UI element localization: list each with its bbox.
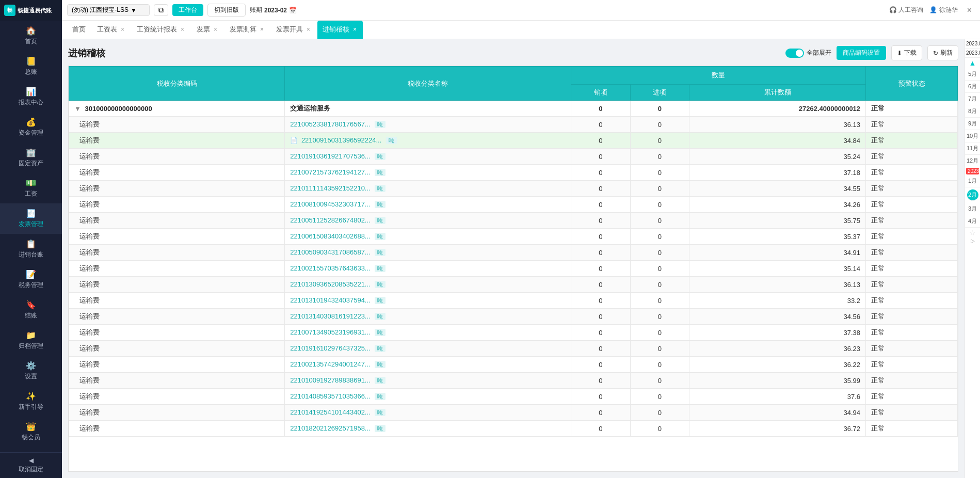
invoice-code-cell: 22100523381780176567... 吨 (285, 117, 571, 133)
month-9[interactable]: 9月 (965, 118, 980, 130)
workbench-button[interactable]: 工作台 (172, 4, 203, 16)
sale-cell: 0 (571, 357, 631, 373)
tax-code-cell: 运输费 (69, 117, 285, 133)
table-row: 运输费 22100523381780176567... 吨 0 0 36.13 … (69, 117, 958, 133)
close-button[interactable]: × (964, 5, 975, 16)
download-button[interactable]: ⬇ 下载 (891, 45, 922, 60)
sidebar-item-assets[interactable]: 🏢 固定资产 (0, 142, 62, 173)
download-label: 下载 (904, 49, 917, 57)
scroll-up-arrow[interactable]: ▲ (965, 58, 980, 68)
sidebar-item-invoice-mgmt[interactable]: 🧾 发票管理 (0, 203, 62, 234)
period-label: 账期 2023-02 📅 (250, 6, 297, 14)
unpin-label: 取消固定 (19, 465, 43, 474)
sidebar-item-ledger[interactable]: 📒 总账 (0, 51, 62, 82)
month-5[interactable]: 5月 (965, 68, 980, 81)
tax-mgmt-icon: 📝 (26, 269, 36, 279)
tab-invoice-close[interactable]: × (213, 26, 218, 33)
sidebar-item-label: 固定资产 (19, 159, 43, 168)
sidebar-item-settlement[interactable]: 🔖 结账 (0, 295, 62, 325)
col-tax-name: 税收分类名称 (285, 67, 571, 101)
sidebar-item-sales-ledger[interactable]: 📋 进销台账 (0, 234, 62, 264)
sidebar-item-guide[interactable]: ✨ 新手引导 (0, 386, 62, 417)
tab-reconcile[interactable]: 进销稽核 × (317, 21, 363, 39)
calendar-icon[interactable]: 📅 (289, 7, 297, 14)
purchase-cell: 0 (630, 405, 689, 421)
unpin-button[interactable]: ◀ 取消固定 (0, 452, 62, 478)
tab-invoice-calc-close[interactable]: × (259, 26, 265, 33)
refresh-label: 刷新 (940, 49, 953, 57)
favorite-icon[interactable]: ☆ (965, 228, 980, 238)
user-avatar[interactable]: 👤 徐涟华 (929, 6, 957, 14)
month-8[interactable]: 8月 (965, 105, 980, 118)
sidebar-item-salary[interactable]: 💵 工资 (0, 173, 62, 203)
month-1[interactable]: 1月 (965, 175, 980, 187)
tab-salary-stat-close[interactable]: × (180, 26, 185, 33)
purchase-cell: 0 (630, 421, 689, 437)
invoice-mgmt-icon: 🧾 (26, 209, 36, 218)
tab-invoice-calc[interactable]: 发票测算 × (224, 21, 270, 39)
tab-salary-close[interactable]: × (120, 26, 125, 33)
purchase-cell: 0 (630, 229, 689, 245)
table-row: 运输费 22101408593571035366... 吨 0 0 37.6 正… (69, 389, 958, 405)
status-cell: 正常 (866, 213, 958, 229)
tax-name-cell: 交通运输服务 (285, 101, 571, 117)
sale-cell: 0 (571, 101, 631, 117)
sale-cell: 0 (571, 229, 631, 245)
goods-setting-button[interactable]: 商品编码设置 (837, 46, 886, 60)
table-row: 运输费 22101820212692571958... 吨 0 0 36.72 … (69, 421, 958, 437)
sale-cell: 0 (571, 293, 631, 309)
sidebar-item-archive[interactable]: 📁 归档管理 (0, 325, 62, 356)
month-10[interactable]: 10月 (965, 130, 980, 142)
content-area: 进销稽核 全部展开 商品编码设置 ⬇ 下载 ↻ 刷新 (62, 39, 980, 478)
guide-icon: ✨ (26, 391, 36, 401)
refresh-button[interactable]: ↻ 刷新 (927, 45, 958, 60)
right-panel-year-2023-02-b: 2023.02 (965, 49, 980, 58)
month-7[interactable]: 7月 (965, 93, 980, 105)
tab-salary[interactable]: 工资表 × (92, 21, 131, 39)
collapse-icon[interactable]: ▷ (965, 238, 980, 244)
month-4[interactable]: 4月 (965, 215, 980, 228)
sidebar-item-reports[interactable]: 📊 报表中心 (0, 82, 62, 112)
tab-home[interactable]: 首页 (67, 21, 91, 39)
tax-code-cell: ▼ 301000000000000000 (69, 101, 285, 117)
sidebar-item-fund[interactable]: 💰 资金管理 (0, 112, 62, 142)
expand-toggle[interactable] (785, 49, 804, 58)
customer-service[interactable]: 🎧 人工咨询 (889, 6, 923, 14)
tab-salary-stat[interactable]: 工资统计报表 × (132, 21, 190, 39)
sidebar-item-label: 资金管理 (19, 129, 43, 137)
app-logo-icon: 畅 (4, 5, 15, 16)
fund-icon: 💰 (26, 117, 36, 127)
status-cell: 正常 (866, 293, 958, 309)
copy-button[interactable]: ⧉ (154, 4, 168, 16)
invoice-code-cell: 22100615083403402688... 吨 (285, 229, 571, 245)
company-selector[interactable]: (勿动) 江西报宝-LSS ▼ (67, 4, 150, 16)
chevron-down-icon: ▼ (131, 7, 137, 14)
switch-version-button[interactable]: 切到旧版 (207, 4, 246, 17)
sale-cell: 0 (571, 325, 631, 341)
user-icon: 👤 (929, 6, 937, 13)
tab-invoice[interactable]: 发票 × (191, 21, 223, 39)
page-title: 进销稽核 (68, 47, 105, 59)
tab-home-label: 首页 (72, 25, 86, 34)
sale-cell: 0 (571, 261, 631, 277)
company-name: (勿动) 江西报宝-LSS (72, 6, 128, 14)
invoice-code-cell: 22101310194324037594... 吨 (285, 293, 571, 309)
sidebar-item-tax-mgmt[interactable]: 📝 税务管理 (0, 264, 62, 295)
sidebar-item-label: 畅会员 (22, 433, 40, 442)
col-sale: 销项 (571, 85, 631, 101)
month-6[interactable]: 6月 (965, 81, 980, 93)
tab-invoice-open[interactable]: 发票开具 × (271, 21, 316, 39)
purchase-cell: 0 (630, 389, 689, 405)
sidebar-item-settings[interactable]: ⚙️ 设置 (0, 356, 62, 386)
tab-reconcile-close[interactable]: × (352, 26, 358, 33)
tab-invoice-open-close[interactable]: × (306, 26, 311, 33)
sidebar-item-home[interactable]: 🏠 首页 (0, 21, 62, 51)
tax-code-cell: 运输费 (69, 405, 285, 421)
page-area: 进销稽核 全部展开 商品编码设置 ⬇ 下载 ↻ 刷新 (62, 39, 965, 478)
month-2-active[interactable]: 2月 (967, 189, 978, 201)
month-12[interactable]: 12月 (965, 155, 980, 167)
sidebar-item-member[interactable]: 👑 畅会员 (0, 417, 62, 447)
month-11[interactable]: 11月 (965, 142, 980, 155)
month-3[interactable]: 3月 (965, 203, 980, 215)
reconcile-table: 税收分类编码 税收分类名称 数量 预警状态 销项 进项 累计数额 (69, 66, 958, 437)
